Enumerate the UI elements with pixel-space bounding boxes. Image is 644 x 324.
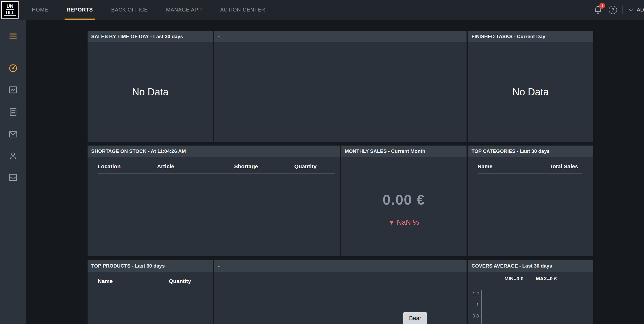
monthly-sales-value: 0.00 €: [341, 192, 467, 208]
card-title: SHORTAGE ON STOCK - At 11:04:26 AM: [88, 146, 340, 157]
question-icon: ?: [611, 7, 614, 13]
column-header-name: Name: [98, 278, 113, 284]
card-covers-average: COVERS AVERAGE - Last 30 days MIN=0 € MA…: [468, 260, 593, 324]
bell-icon: [593, 11, 603, 16]
table-header-row: Location Article Shortage Quantity: [98, 163, 335, 173]
card-top-categories: TOP CATEGORIES - Last 30 days Name Total…: [468, 146, 593, 256]
column-header-article: Article: [157, 163, 216, 170]
notification-badge: 1: [599, 3, 605, 9]
nav-item-reports[interactable]: REPORTS: [57, 0, 102, 20]
card-title: TOP PRODUCTS - Last 30 days: [88, 260, 213, 272]
nav-divider: [622, 6, 623, 14]
card-title: SALES BY TIME OF DAY - Last 30 days: [88, 31, 213, 42]
report-chart-icon: [8, 91, 18, 96]
card-shortage-on-stock: SHORTAGE ON STOCK - At 11:04:26 AM Locat…: [88, 146, 340, 256]
chevron-down-icon: [628, 9, 634, 14]
notifications-button[interactable]: 1: [593, 5, 603, 15]
nav-item-action-center[interactable]: ACTION-CENTER: [211, 0, 274, 20]
column-header-quantity: Quantity: [276, 163, 335, 170]
y-tick-mark: [480, 294, 481, 294]
column-header-name: Name: [478, 163, 492, 170]
dashboard-gauge-icon: [8, 70, 18, 74]
card-title: -: [214, 260, 467, 272]
column-header-location: Location: [98, 163, 157, 170]
nav-right-cluster: 1 ? AD: [593, 0, 644, 20]
document-icon: [8, 113, 18, 118]
y-tick-mark: [480, 316, 481, 316]
sidebar-item-reports[interactable]: [8, 85, 18, 95]
inbox-icon: [8, 179, 18, 183]
logo-line-1: UN: [6, 4, 14, 10]
column-header-shortage: Shortage: [216, 163, 276, 170]
nav-item-manage-app[interactable]: MANAGE APP: [157, 0, 211, 20]
card-title: -: [214, 31, 467, 42]
down-triangle-icon: ▼: [388, 219, 395, 226]
y-axis-line: [481, 290, 482, 324]
no-data-text: No Data: [468, 42, 593, 142]
main-nav: HOME REPORTS BACK OFFICE MANAGE APP ACTI…: [23, 0, 274, 20]
chart-tooltip: Bear: [403, 312, 427, 324]
card-empty-bottom: - Bear: [214, 260, 467, 324]
y-tick-label: 1: [468, 302, 479, 308]
sidebar-item-documents[interactable]: [8, 107, 18, 117]
help-button[interactable]: ?: [609, 6, 617, 14]
y-tick-label: 0.8: [468, 314, 479, 319]
delta-text: NaN %: [397, 218, 419, 226]
main-content: SALES BY TIME OF DAY - Last 30 days No D…: [26, 20, 644, 324]
person-icon: [8, 157, 18, 162]
card-title: MONTHLY SALES - Current Month: [341, 146, 467, 157]
no-data-text: No Data: [88, 42, 213, 142]
card-monthly-sales: MONTHLY SALES - Current Month 0.00 € ▼Na…: [341, 146, 467, 256]
user-menu-button[interactable]: [628, 7, 634, 13]
user-label[interactable]: AD: [637, 7, 644, 13]
card-title: FINISHED TASKS - Current Day: [468, 31, 593, 42]
dashboard-grid: SALES BY TIME OF DAY - Last 30 days No D…: [88, 31, 593, 324]
column-header-total-sales: Total Sales: [550, 163, 582, 170]
y-tick-label: 1.2: [468, 291, 479, 297]
table-header-row: Name Quantity: [98, 278, 203, 288]
envelope-icon: [8, 136, 18, 140]
top-nav: UN TILL HOME REPORTS BACK OFFICE MANAGE …: [0, 0, 644, 20]
card-title: TOP CATEGORIES - Last 30 days: [468, 146, 593, 157]
min-max-row: MIN=0 € MAX=0 €: [468, 276, 593, 282]
card-sales-by-time: SALES BY TIME OF DAY - Last 30 days No D…: [88, 31, 213, 142]
sidebar-item-messages[interactable]: [8, 129, 18, 139]
y-tick-mark: [480, 305, 481, 305]
sidebar-menu-button[interactable]: [8, 31, 18, 41]
column-header-quantity: Quantity: [169, 278, 203, 284]
sidebar-item-inbox[interactable]: [8, 172, 18, 182]
monthly-sales-delta: ▼NaN %: [341, 218, 467, 227]
menu-icon: [8, 37, 18, 42]
nav-item-back-office[interactable]: BACK OFFICE: [102, 0, 157, 20]
sidebar-item-users[interactable]: [8, 151, 18, 161]
card-finished-tasks: FINISHED TASKS - Current Day No Data: [468, 31, 593, 142]
sidebar-item-dashboard[interactable]: [8, 63, 18, 73]
min-label: MIN=0 €: [504, 276, 523, 282]
table-header-row: Name Total Sales: [478, 163, 582, 173]
sidebar: [0, 20, 26, 324]
card-empty-top: -: [214, 31, 467, 142]
app-logo[interactable]: UN TILL: [1, 1, 19, 19]
card-title: COVERS AVERAGE - Last 30 days: [468, 260, 593, 272]
nav-item-home[interactable]: HOME: [23, 0, 57, 20]
logo-line-2: TILL: [4, 10, 16, 16]
card-top-products: TOP PRODUCTS - Last 30 days Name Quantit…: [88, 260, 213, 324]
max-label: MAX=0 €: [536, 276, 557, 282]
